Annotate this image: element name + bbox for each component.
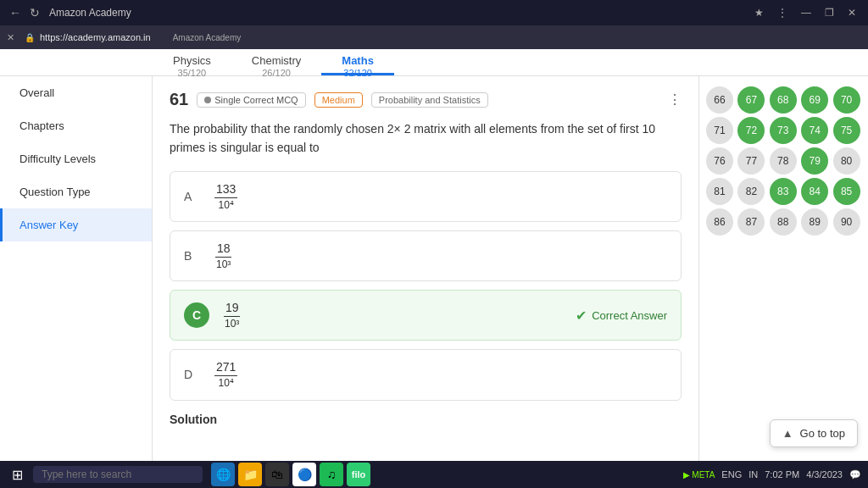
back-button[interactable]: ← bbox=[7, 6, 24, 19]
content-area: Overall Chapters Difficulty Levels Quest… bbox=[0, 76, 868, 461]
page-title: Amazon Academy bbox=[49, 7, 131, 19]
sidebar-item-chapters[interactable]: Chapters bbox=[0, 109, 152, 142]
grid-num-72[interactable]: 72 bbox=[737, 117, 765, 144]
grid-num-80[interactable]: 80 bbox=[833, 147, 860, 175]
question-number: 61 bbox=[170, 90, 188, 109]
taskbar-time: 7:02 PM bbox=[765, 469, 799, 480]
url-text: https://academy.amazon.in bbox=[40, 32, 151, 42]
close-button[interactable]: ✕ bbox=[843, 7, 861, 19]
taskbar-app-filo[interactable]: filo bbox=[347, 463, 370, 486]
check-icon: ✔ bbox=[576, 308, 587, 324]
question-type-badge: Single Correct MCQ bbox=[197, 92, 305, 108]
grid-num-84[interactable]: 84 bbox=[801, 178, 828, 205]
question-grid: 6667686970717273747576777879808182838485… bbox=[706, 86, 861, 236]
option-b-content: 18 10³ bbox=[214, 241, 232, 270]
taskbar-lang: ENG bbox=[721, 469, 742, 480]
option-b[interactable]: B 18 10³ bbox=[170, 230, 682, 281]
grid-num-87[interactable]: 87 bbox=[737, 208, 765, 236]
addressbar: ✕ 🔒 https://academy.amazon.in Amazon Aca… bbox=[0, 25, 868, 49]
grid-num-81[interactable]: 81 bbox=[706, 178, 733, 205]
grid-num-89[interactable]: 89 bbox=[801, 208, 828, 236]
grid-num-66[interactable]: 66 bbox=[706, 86, 733, 114]
taskbar-apps: 🌐 📁 🛍 🔵 ♫ filo bbox=[211, 463, 370, 486]
sidebar-item-answer-key[interactable]: Answer Key bbox=[0, 208, 152, 241]
grid-num-88[interactable]: 88 bbox=[770, 208, 797, 236]
more-options-button[interactable]: ⋮ bbox=[772, 7, 793, 19]
star-button[interactable]: ★ bbox=[749, 7, 769, 19]
taskbar-notification-icon[interactable]: 💬 bbox=[849, 469, 861, 480]
taskbar-app-music[interactable]: ♫ bbox=[320, 463, 343, 486]
question-grid-panel: 6667686970717273747576777879808182838485… bbox=[698, 76, 868, 461]
grid-num-69[interactable]: 69 bbox=[801, 86, 828, 114]
grid-num-86[interactable]: 86 bbox=[706, 208, 733, 236]
taskbar-search-input[interactable] bbox=[33, 466, 203, 483]
main-content: 61 Single Correct MCQ Medium Probability… bbox=[153, 76, 698, 461]
taskbar-region: IN bbox=[748, 469, 758, 480]
question-more-button[interactable]: ⋮ bbox=[668, 92, 682, 108]
minimize-button[interactable]: — bbox=[796, 7, 816, 19]
difficulty-badge: Medium bbox=[314, 92, 363, 108]
sidebar-item-difficulty[interactable]: Difficulty Levels bbox=[0, 142, 152, 175]
grid-num-83[interactable]: 83 bbox=[770, 178, 797, 205]
option-d[interactable]: D 271 10⁴ bbox=[170, 349, 682, 400]
refresh-button[interactable]: ↻ bbox=[27, 6, 42, 19]
grid-num-67[interactable]: 67 bbox=[737, 86, 765, 114]
start-button[interactable]: ⊞ bbox=[7, 465, 28, 485]
grid-num-79[interactable]: 79 bbox=[801, 147, 828, 175]
correct-answer-badge: ✔ Correct Answer bbox=[576, 308, 667, 324]
tab-maths[interactable]: Maths 32/120 bbox=[321, 49, 394, 75]
option-c[interactable]: C 19 10³ ✔ Correct Answer bbox=[170, 290, 682, 341]
topic-badge: Probability and Statistics bbox=[371, 92, 488, 108]
taskbar-app-store[interactable]: 🛍 bbox=[265, 463, 289, 486]
tab-close-icon[interactable]: ✕ bbox=[7, 32, 14, 43]
grid-num-85[interactable]: 85 bbox=[833, 178, 860, 205]
solution-label: Solution bbox=[170, 409, 682, 430]
grid-num-68[interactable]: 68 bbox=[770, 86, 797, 114]
grid-num-76[interactable]: 76 bbox=[706, 147, 733, 175]
go-to-top-button[interactable]: ▲ Go to top bbox=[770, 419, 858, 447]
lock-icon: 🔒 bbox=[25, 33, 35, 42]
taskbar-meta: ▶ META bbox=[683, 470, 715, 480]
grid-num-73[interactable]: 73 bbox=[770, 117, 797, 144]
titlebar: ← ↻ Amazon Academy ★ ⋮ — ❐ ✕ bbox=[0, 0, 868, 25]
option-a[interactable]: A 133 10⁴ bbox=[170, 171, 682, 222]
option-c-content: 19 10³ bbox=[223, 301, 241, 330]
grid-num-90[interactable]: 90 bbox=[833, 208, 860, 236]
question-header: 61 Single Correct MCQ Medium Probability… bbox=[170, 90, 682, 109]
up-arrow-icon: ▲ bbox=[782, 427, 793, 440]
tabs-bar: Physics 35/120 Chemistry 26/120 Maths 32… bbox=[0, 49, 868, 76]
sidebar: Overall Chapters Difficulty Levels Quest… bbox=[0, 76, 153, 461]
taskbar-app-files[interactable]: 📁 bbox=[238, 463, 262, 486]
option-c-circle: C bbox=[184, 302, 209, 328]
grid-num-77[interactable]: 77 bbox=[737, 147, 765, 175]
site-name: Amazon Academy bbox=[173, 33, 242, 42]
question-text: The probability that the randomly chosen… bbox=[170, 119, 682, 158]
option-a-label: A bbox=[184, 190, 201, 203]
taskbar: ⊞ 🌐 📁 🛍 🔵 ♫ filo ▶ META ENG IN 7:02 PM 4… bbox=[0, 461, 868, 488]
taskbar-app-chrome[interactable]: 🔵 bbox=[292, 463, 316, 486]
taskbar-app-edge[interactable]: 🌐 bbox=[211, 463, 235, 486]
option-b-label: B bbox=[184, 249, 201, 263]
restore-button[interactable]: ❐ bbox=[820, 7, 839, 19]
grid-num-70[interactable]: 70 bbox=[833, 86, 860, 114]
option-d-label: D bbox=[184, 368, 201, 381]
grid-num-75[interactable]: 75 bbox=[833, 117, 860, 144]
tab-physics[interactable]: Physics 35/120 bbox=[153, 49, 231, 75]
grid-num-71[interactable]: 71 bbox=[706, 117, 733, 144]
badge-dot-icon bbox=[204, 97, 211, 103]
grid-num-82[interactable]: 82 bbox=[737, 178, 765, 205]
sidebar-item-question-type[interactable]: Question Type bbox=[0, 175, 152, 208]
sidebar-item-overall[interactable]: Overall bbox=[0, 76, 152, 109]
option-a-content: 133 10⁴ bbox=[214, 182, 237, 211]
taskbar-date: 4/3/2023 bbox=[806, 469, 843, 480]
grid-num-78[interactable]: 78 bbox=[770, 147, 797, 175]
tab-chemistry[interactable]: Chemistry 26/120 bbox=[231, 49, 322, 75]
taskbar-right: ▶ META ENG IN 7:02 PM 4/3/2023 💬 bbox=[683, 469, 861, 480]
grid-num-74[interactable]: 74 bbox=[801, 117, 828, 144]
option-d-content: 271 10⁴ bbox=[214, 360, 237, 389]
